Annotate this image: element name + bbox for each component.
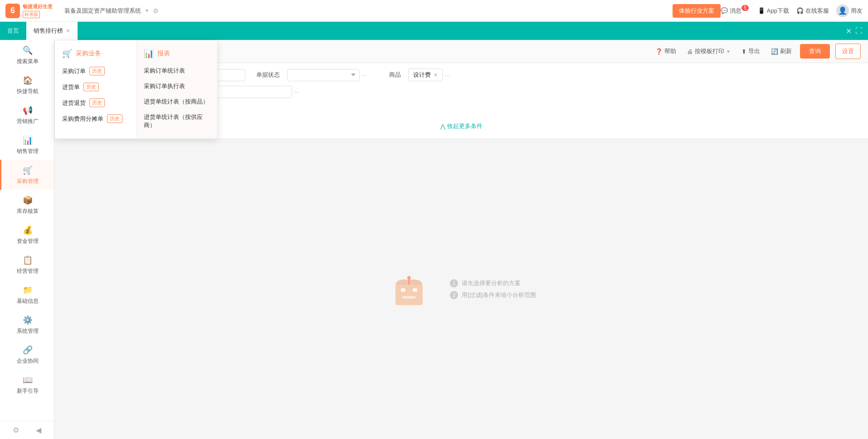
- finance-icon: 💰: [23, 225, 33, 235]
- dropdown-purchase-order[interactable]: 采购订单 历史: [55, 63, 136, 79]
- logo-area: 6 畅捷通好生意 标准版: [5, 3, 60, 18]
- sidebar-item-guide[interactable]: 📖 新手引导: [0, 370, 54, 400]
- voucher-status-more[interactable]: ···: [361, 72, 366, 79]
- home-icon: 🏠: [23, 75, 33, 85]
- export-icon: ⬆: [741, 48, 746, 55]
- sidebar-item-enterprise[interactable]: 🔗 企业协同: [0, 340, 54, 370]
- sidebar-item-sales[interactable]: 📊 销售管理: [0, 130, 54, 160]
- voucher-status-select[interactable]: [287, 69, 360, 81]
- system-settings-icon[interactable]: ⚙: [153, 7, 159, 15]
- dropdown-purchase-col: 🛒 采购业务 采购订单 历史 进货单 历史 进货退货 历史 采购费用分摊单 历史: [55, 40, 137, 138]
- user-avatar: 👤: [836, 5, 849, 17]
- purchase-icon: 🛒: [23, 165, 33, 175]
- dropdown-report-order-exec[interactable]: 采购订单执行表: [137, 79, 218, 94]
- sidebar-item-marketing[interactable]: 📢 营销推广: [0, 100, 54, 130]
- product-tag-close[interactable]: ✕: [434, 72, 438, 78]
- tab-maximize-icon[interactable]: ⛶: [855, 27, 863, 35]
- dropdown-menu: 🛒 采购业务 采购订单 历史 进货单 历史 进货退货 历史 采购费用分摊单 历史…: [54, 40, 218, 139]
- empty-state-content: 1 请先选择要分析的方案 2 用[过滤]条件来缩小分析范围: [386, 269, 536, 310]
- refresh-btn[interactable]: 🔄 刷新: [768, 45, 795, 57]
- user-label: 用友: [851, 7, 863, 15]
- empty-tip-1: 1 请先选择要分析的方案: [450, 279, 536, 287]
- guide-icon: 📖: [23, 375, 33, 385]
- refresh-icon: 🔄: [771, 48, 778, 55]
- dropdown-report-col: 📊 报表 采购订单统计表 采购订单执行表 进货单统计表（按商品） 进货单统计表（…: [137, 40, 218, 138]
- salesperson-input[interactable]: [210, 86, 292, 98]
- print-btn[interactable]: 🖨 按模板打印 ▼: [684, 45, 733, 57]
- tab-bar-right: ✕ ⛶: [846, 27, 868, 35]
- message-label: 消息: [730, 7, 741, 15]
- system-title-dropdown-icon[interactable]: ▼: [145, 8, 149, 13]
- export-btn[interactable]: ⬆ 导出: [739, 45, 763, 57]
- tab-home[interactable]: 首页: [0, 22, 26, 40]
- dropdown-purchase-title: 🛒 采购业务: [55, 46, 136, 63]
- tab-sales-rank[interactable]: 销售排行榜 ✕: [26, 22, 78, 40]
- operation-icon: 📋: [23, 255, 33, 265]
- query-btn[interactable]: 查询: [800, 44, 830, 59]
- empty-illustration: [386, 269, 432, 310]
- svg-point-5: [407, 276, 411, 280]
- sidebar-item-base-info[interactable]: 📁 基础信息: [0, 280, 54, 310]
- tip-num-2: 2: [450, 291, 458, 299]
- message-badge: 5: [741, 5, 749, 11]
- tab-close-all-icon[interactable]: ✕: [846, 27, 852, 35]
- sidebar-item-inventory[interactable]: 📦 库存核算: [0, 190, 54, 220]
- voucher-status-area: ···: [287, 69, 366, 81]
- product-more[interactable]: ···: [445, 72, 450, 79]
- svg-rect-0: [395, 285, 423, 305]
- header-right: 💬 消息 5 📱 App下载 🎧 在线客服 👤 用友: [721, 5, 863, 17]
- product-label: 商品: [374, 71, 401, 79]
- user-btn[interactable]: 👤 用友: [836, 5, 863, 17]
- system-title-text: 装备及固定资产辅助管理系统: [64, 7, 141, 15]
- dropdown-purchase-incoming[interactable]: 进货单 历史: [55, 79, 136, 95]
- print-icon: 🖨: [687, 48, 693, 55]
- sidebar-item-quick-nav[interactable]: 🏠 快捷导航: [0, 70, 54, 100]
- top-header: 6 畅捷通好生意 标准版 装备及固定资产辅助管理系统 ▼ ⚙ 体验行业方案 💬 …: [0, 0, 868, 22]
- help-btn[interactable]: ❓ 帮助: [653, 45, 679, 57]
- enterprise-icon: 🔗: [23, 345, 33, 355]
- sidebar-item-system[interactable]: ⚙️ 系统管理: [0, 310, 54, 340]
- dropdown-purchase-cost[interactable]: 采购费用分摊单 历史: [55, 111, 136, 127]
- sales-icon: 📊: [23, 135, 33, 145]
- logo-text: 畅捷通好生意 标准版: [23, 3, 53, 18]
- salesperson-area: ···: [210, 86, 299, 98]
- app-download-btn[interactable]: 📱 App下载: [758, 7, 789, 15]
- empty-state: 1 请先选择要分析的方案 2 用[过滤]条件来缩小分析范围: [54, 139, 868, 439]
- dropdown-report-incoming-by-supplier[interactable]: 进货单统计表（按供应商）: [137, 109, 218, 133]
- industry-btn[interactable]: 体验行业方案: [673, 4, 721, 18]
- product-tag: 设计费 ✕: [408, 69, 443, 81]
- online-service-btn[interactable]: 🎧 在线客服: [796, 7, 829, 15]
- collapse-sidebar-icon[interactable]: ◀: [36, 426, 41, 434]
- print-dropdown-icon[interactable]: ▼: [726, 49, 731, 54]
- sidebar-item-purchase[interactable]: 🛒 采购管理: [0, 160, 54, 190]
- collapse-arrow-icon: ⋀: [440, 123, 445, 130]
- sidebar-item-search[interactable]: 🔍 搜索菜单: [0, 40, 54, 70]
- dropdown-purchase-return[interactable]: 进货退货 历史: [55, 95, 136, 111]
- app-download-label: App下载: [767, 7, 789, 15]
- message-btn[interactable]: 💬 消息 5: [721, 7, 751, 15]
- empty-tips: 1 请先选择要分析的方案 2 用[过滤]条件来缩小分析范围: [450, 279, 536, 299]
- base-info-icon: 📁: [23, 285, 33, 295]
- search-icon: 🔍: [23, 45, 33, 55]
- dropdown-report-incoming-by-product[interactable]: 进货单统计表（按商品）: [137, 94, 218, 109]
- sidebar: 🔍 搜索菜单 🏠 快捷导航 📢 营销推广 📊 销售管理 🛒 采购管理 📦 库存核…: [0, 40, 54, 439]
- headset-icon: 🎧: [796, 7, 804, 14]
- report-col-icon: 📊: [144, 49, 154, 59]
- settings-bottom-icon[interactable]: ⚙: [13, 426, 19, 434]
- help-icon: ❓: [655, 48, 663, 55]
- empty-tip-2: 2 用[过滤]条件来缩小分析范围: [450, 291, 536, 299]
- message-icon: 💬: [721, 7, 728, 14]
- logo-icon: 6: [5, 4, 20, 18]
- tip-num-1: 1: [450, 279, 458, 287]
- salesperson-more[interactable]: ···: [294, 89, 299, 95]
- sidebar-bottom: ⚙ ◀: [0, 421, 54, 439]
- settings-btn[interactable]: 设置: [835, 44, 861, 59]
- sidebar-item-finance[interactable]: 💰 资金管理: [0, 220, 54, 250]
- inventory-icon: 📦: [23, 195, 33, 205]
- tab-bar: 首页 销售排行榜 ✕ ✕ ⛶: [0, 22, 868, 40]
- tab-close-icon[interactable]: ✕: [66, 28, 70, 34]
- dropdown-report-order-stats[interactable]: 采购订单统计表: [137, 63, 218, 79]
- svg-rect-2: [413, 288, 417, 292]
- product-area: 设计费 ✕ ···: [408, 69, 450, 81]
- sidebar-item-operation[interactable]: 📋 经营管理: [0, 250, 54, 280]
